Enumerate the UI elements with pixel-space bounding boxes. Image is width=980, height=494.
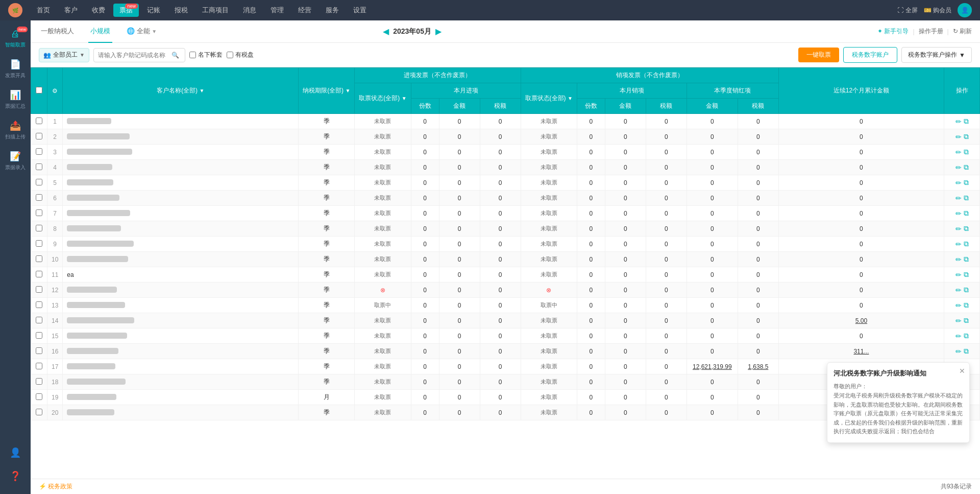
nav-business[interactable]: 工商项目 [196, 4, 235, 17]
edit-icon[interactable]: ✏ [955, 117, 962, 126]
row-checkbox-cell[interactable] [31, 206, 47, 221]
search-box[interactable]: 🔍 [93, 48, 185, 62]
copy-icon[interactable]: ⧉ [964, 332, 969, 340]
edit-icon[interactable]: ✏ [955, 194, 962, 202]
manual-link[interactable]: 操作手册 [919, 27, 943, 36]
row-checkbox[interactable] [36, 332, 42, 339]
prev-month-btn[interactable]: ◀ [383, 27, 389, 36]
copy-icon[interactable]: ⧉ [964, 270, 969, 279]
row-checkbox-cell[interactable] [31, 129, 47, 145]
one-key-tax-button[interactable]: 一键取票 [798, 48, 839, 62]
edit-icon[interactable]: ✏ [955, 332, 962, 340]
nav-home[interactable]: 首页 [31, 4, 56, 17]
nav-ticket[interactable]: 票据 new [113, 4, 139, 17]
edit-icon[interactable]: ✏ [955, 133, 962, 141]
row-checkbox[interactable] [36, 148, 42, 155]
sidebar-item-invoice[interactable]: 📄 发票开具 [0, 55, 31, 83]
select-all-checkbox[interactable] [36, 87, 42, 93]
copy-icon[interactable]: ⧉ [964, 132, 969, 141]
search-input[interactable] [98, 52, 169, 59]
row-checkbox-cell[interactable] [31, 344, 47, 359]
sidebar-item-entry[interactable]: 📝 票据录入 [0, 147, 31, 175]
edit-icon[interactable]: ✏ [955, 317, 962, 325]
copy-icon[interactable]: ⧉ [964, 148, 969, 156]
tab-general-taxpayer[interactable]: 一般纳税人 [39, 20, 76, 43]
copy-icon[interactable]: ⧉ [964, 117, 969, 126]
nav-message[interactable]: 消息 [237, 4, 262, 17]
account-checkbox[interactable] [189, 52, 196, 58]
row-checkbox[interactable] [36, 179, 42, 185]
edit-icon[interactable]: ✏ [955, 271, 962, 279]
sidebar-item-smart-ticket[interactable]: 🖨 智能取票 new [0, 25, 31, 53]
row-checkbox-cell[interactable] [31, 313, 47, 328]
row-checkbox-cell[interactable] [31, 114, 47, 129]
row-checkbox-cell[interactable] [31, 160, 47, 175]
search-icon[interactable]: 🔍 [172, 52, 179, 59]
row-checkbox[interactable] [36, 347, 42, 354]
checkbox-account[interactable]: 名下帐套 [189, 51, 223, 59]
row-checkbox[interactable] [36, 286, 42, 293]
copy-icon[interactable]: ⧉ [964, 240, 969, 248]
row-checkbox-cell[interactable] [31, 283, 47, 298]
row-checkbox-cell[interactable] [31, 390, 47, 405]
row-checkbox[interactable] [36, 271, 42, 277]
row-checkbox[interactable] [36, 133, 42, 139]
copy-icon[interactable]: ⧉ [964, 194, 969, 202]
edit-icon[interactable]: ✏ [955, 255, 962, 264]
row-checkbox-cell[interactable] [31, 374, 47, 390]
employee-select[interactable]: 👥 全部员工 ▼ [39, 48, 89, 62]
user-avatar[interactable]: 👤 [958, 3, 972, 17]
row-checkbox-cell[interactable] [31, 191, 47, 206]
edit-icon[interactable]: ✏ [955, 225, 962, 233]
sidebar-item-scan[interactable]: 📤 扫描上传 [0, 116, 31, 145]
edit-icon[interactable]: ✏ [955, 240, 962, 248]
row-checkbox-cell[interactable] [31, 328, 47, 344]
row-checkbox[interactable] [36, 301, 42, 308]
edit-icon[interactable]: ✏ [955, 286, 962, 294]
copy-icon[interactable]: ⧉ [964, 224, 969, 233]
row-checkbox-cell[interactable] [31, 298, 47, 313]
row-checkbox[interactable] [36, 209, 42, 216]
nav-tax[interactable]: 报税 [168, 4, 194, 17]
edit-icon[interactable]: ✏ [955, 148, 962, 156]
row-checkbox[interactable] [36, 393, 42, 400]
row-checkbox[interactable] [36, 409, 42, 415]
copy-icon[interactable]: ⧉ [964, 163, 969, 172]
sidebar-item-summary[interactable]: 📊 票据汇总 [0, 85, 31, 114]
edit-icon[interactable]: ✏ [955, 163, 962, 172]
row-checkbox-cell[interactable] [31, 175, 47, 191]
edit-icon[interactable]: ✏ [955, 347, 962, 356]
refresh-link[interactable]: ↻ 刷新 [953, 27, 972, 36]
sidebar-item-profile[interactable]: 👤 [8, 443, 23, 462]
row-checkbox-cell[interactable] [31, 405, 47, 420]
row-checkbox[interactable] [36, 363, 42, 369]
edit-icon[interactable]: ✏ [955, 179, 962, 187]
sidebar-item-help[interactable]: ❓ [8, 466, 23, 486]
row-checkbox[interactable] [36, 317, 42, 323]
copy-icon[interactable]: ⧉ [964, 347, 969, 356]
row-checkbox[interactable] [36, 163, 42, 170]
copy-icon[interactable]: ⧉ [964, 316, 969, 325]
row-checkbox[interactable] [36, 194, 42, 201]
row-checkbox-cell[interactable] [31, 221, 47, 237]
row-checkbox-cell[interactable] [31, 237, 47, 252]
copy-icon[interactable]: ⧉ [964, 209, 969, 218]
taxdisk-checkbox[interactable] [227, 52, 233, 58]
nav-service[interactable]: 服务 [320, 4, 345, 17]
checkbox-taxdisk[interactable]: 有税盘 [227, 51, 254, 59]
next-month-btn[interactable]: ▶ [435, 27, 442, 36]
nav-customer[interactable]: 客户 [58, 4, 84, 17]
edit-icon[interactable]: ✏ [955, 301, 962, 310]
row-checkbox[interactable] [36, 378, 42, 385]
row-checkbox-cell[interactable] [31, 359, 47, 374]
fullscreen-btn[interactable]: ⛶ 全屏 [897, 6, 917, 15]
row-checkbox[interactable] [36, 225, 42, 231]
notification-close-btn[interactable]: ✕ [959, 367, 965, 375]
tax-dropdown-button[interactable]: 税务数字账户操作 ▼ [901, 47, 972, 63]
nav-fee[interactable]: 收费 [86, 4, 111, 17]
row-checkbox-cell[interactable] [31, 267, 47, 283]
row-checkbox[interactable] [36, 240, 42, 247]
row-checkbox[interactable] [36, 255, 42, 262]
new-guide-link[interactable]: ✦ 新手引导 [877, 27, 909, 36]
tab-small-scale[interactable]: 小规模 [88, 20, 112, 43]
